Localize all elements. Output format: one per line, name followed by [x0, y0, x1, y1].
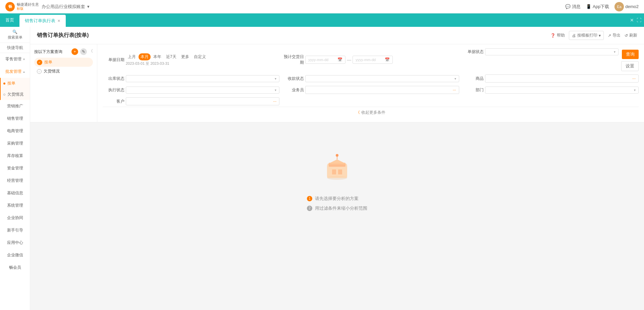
- expected-date-to[interactable]: yyyy-mm-dd 📅: [353, 56, 393, 64]
- sidebar-item-system[interactable]: 系统管理: [0, 199, 30, 212]
- date-tab-this-month[interactable]: 本月: [139, 53, 151, 60]
- date-tab-more[interactable]: 更多: [179, 53, 191, 60]
- date-tab-custom[interactable]: 自定义: [192, 53, 208, 60]
- tab-close-btn[interactable]: ✕: [630, 17, 634, 23]
- customer-more-btn[interactable]: ···: [273, 99, 276, 104]
- collapse-more-btn[interactable]: 《 收起更多条件: [103, 107, 639, 118]
- step-1-icon: 1: [307, 196, 312, 201]
- svg-rect-6: [332, 169, 336, 174]
- main-area: 🔍 搜索菜单 快捷导航 零售管理 ▾ 批发管理 ▴ 按单 欠货情况 营销推广: [0, 27, 644, 310]
- calendar-icon-1[interactable]: 📅: [337, 57, 342, 62]
- scheme-item-debt[interactable]: ○ 欠货情况: [34, 67, 93, 76]
- query-buttons: 查询 设置: [621, 48, 639, 71]
- exec-select-arrow: ▾: [275, 88, 276, 92]
- payment-select-arrow: ▾: [454, 77, 456, 81]
- sidebar-item-operation[interactable]: 经营管理: [0, 174, 30, 187]
- chevron-down-icon: ▾: [23, 57, 25, 61]
- calendar-icon-2[interactable]: 📅: [385, 57, 390, 62]
- svg-rect-7: [338, 169, 342, 174]
- user-profile[interactable]: Ea demo2: [614, 2, 639, 11]
- collapse-icon: 《: [356, 110, 360, 115]
- dept-select[interactable]: ▾: [485, 87, 639, 94]
- sidebar-item-newuser[interactable]: 新手引导: [0, 224, 30, 237]
- outbound-field: 出库状态 ▾: [103, 74, 279, 83]
- filter-scheme-panel: 按以下方案查询 + ✎ 《 ✓ 按单 ○ 欠货情况: [30, 44, 97, 122]
- doc-status-select[interactable]: ▾: [485, 48, 619, 55]
- export-btn[interactable]: ↗ 导出: [608, 33, 621, 38]
- empty-step-1: 1 请先选择要分析的方案: [307, 195, 367, 202]
- salesperson-field: 业务员 ···: [282, 86, 459, 94]
- sidebar-item-wechat[interactable]: 企业微信: [0, 249, 30, 261]
- page-title: 销售订单执行表(按单): [37, 32, 89, 39]
- empty-svg: [320, 149, 354, 183]
- query-btn[interactable]: 查询: [622, 50, 639, 59]
- page-header: 销售订单执行表(按单) ❓ 帮助 🖨 按模板打印 ▾ ↗ 导出 ↺ 刷新: [30, 27, 644, 44]
- empty-instructions: 1 请先选择要分析的方案 2 用过滤条件来缩小分析范围: [307, 195, 367, 212]
- avatar: Ea: [614, 2, 624, 11]
- salesperson-more-btn[interactable]: ···: [453, 88, 456, 92]
- message-btn[interactable]: 💬 消息: [565, 4, 581, 10]
- payment-select[interactable]: ▾: [305, 75, 459, 82]
- sidebar-search[interactable]: 🔍 搜索菜单: [0, 27, 30, 43]
- scheme-actions: + ✎ 《: [71, 48, 93, 55]
- dept-field: 部门 ▾: [462, 86, 639, 94]
- tab-sales-exec[interactable]: 销售订单执行表 ✕: [19, 15, 66, 27]
- empty-illustration: [320, 149, 354, 184]
- tab-expand-btn[interactable]: ⛶: [637, 17, 641, 23]
- sidebar-item-enterprise[interactable]: 企业协同: [0, 212, 30, 224]
- sidebar-item-member[interactable]: 畅会员: [0, 261, 30, 274]
- sidebar-item-finance[interactable]: 资金管理: [0, 162, 30, 174]
- exec-status-field: 执行状态 ▾: [103, 86, 279, 94]
- app-name: 畅捷通好生意 标版: [17, 2, 39, 11]
- top-bar-left: 畅 畅捷通好生意 标版 办公用品行业模拟账套 ▾: [5, 2, 90, 11]
- page-content: 销售订单执行表(按单) ❓ 帮助 🖨 按模板打印 ▾ ↗ 导出 ↺ 刷新: [30, 27, 644, 310]
- download-icon: 📱: [586, 4, 591, 9]
- tab-home[interactable]: 首页: [0, 13, 19, 27]
- chevron-up-icon: ▴: [23, 70, 25, 73]
- tab-close-icon[interactable]: ✕: [57, 19, 60, 23]
- app-logo: 畅: [5, 2, 15, 11]
- scheme-collapse-btn[interactable]: 《: [89, 48, 93, 55]
- sidebar-item-appstore[interactable]: 应用中心: [0, 237, 30, 249]
- sidebar-quick-nav[interactable]: 快捷导航: [0, 43, 30, 53]
- filter-row-2: 出库状态 ▾ 收款状态 ▾ 商品: [103, 74, 639, 83]
- date-range-text: 2023-03-01 至 2023-03-31: [126, 61, 279, 66]
- scheme-title: 按以下方案查询 + ✎ 《: [34, 48, 93, 55]
- goods-field: 商品 ···: [462, 74, 639, 83]
- scheme-add-btn[interactable]: +: [71, 48, 78, 55]
- settings-btn[interactable]: 设置: [621, 61, 639, 71]
- help-btn[interactable]: ❓ 帮助: [550, 33, 565, 38]
- outbound-select[interactable]: ▾: [126, 75, 279, 82]
- sidebar-item-press-order[interactable]: 按单: [1, 78, 30, 89]
- svg-marker-3: [327, 159, 347, 164]
- date-tab-last-month[interactable]: 上月: [126, 53, 138, 60]
- scheme-edit-btn[interactable]: ✎: [80, 48, 87, 55]
- sidebar-item-debt[interactable]: 欠货情况: [1, 89, 30, 100]
- sidebar-item-purchase[interactable]: 采购管理: [0, 137, 30, 150]
- sidebar-item-inventory[interactable]: 库存核算: [0, 150, 30, 162]
- exec-status-select[interactable]: ▾: [126, 87, 279, 94]
- outbound-select-arrow: ▾: [275, 77, 276, 81]
- scheme-item-press[interactable]: ✓ 按单: [34, 58, 93, 67]
- sidebar-item-wholesale[interactable]: 批发管理 ▴: [0, 65, 30, 78]
- goods-more-btn[interactable]: ···: [632, 76, 636, 81]
- sidebar-item-retail[interactable]: 零售管理 ▾: [0, 53, 30, 65]
- date-tab-this-year[interactable]: 本年: [151, 53, 163, 60]
- sidebar-item-ecommerce[interactable]: 电商管理: [0, 125, 30, 137]
- customer-field: 客户 ···: [103, 97, 279, 105]
- sidebar-item-sales[interactable]: 销售管理: [0, 112, 30, 125]
- expected-date-from[interactable]: yyyy-mm-dd 📅: [305, 56, 345, 64]
- logo-area: 畅 畅捷通好生意 标版: [5, 2, 39, 11]
- print-arrow-icon: ▾: [599, 33, 601, 38]
- sidebar-item-marketing[interactable]: 营销推广: [0, 100, 30, 112]
- print-btn[interactable]: 🖨 按模板打印 ▾: [569, 31, 604, 40]
- date-tab-7days[interactable]: 近7天: [164, 53, 178, 60]
- sidebar-item-basic[interactable]: 基础信息: [0, 187, 30, 199]
- refresh-icon: ↺: [625, 33, 628, 38]
- breadcrumb: 办公用品行业模拟账套 ▾: [42, 4, 90, 10]
- help-icon: ❓: [550, 33, 555, 38]
- refresh-btn[interactable]: ↺ 刷新: [625, 33, 637, 38]
- app-download-btn[interactable]: 📱 App下载: [586, 4, 609, 10]
- top-bar: 畅 畅捷通好生意 标版 办公用品行业模拟账套 ▾ 💬 消息 📱 App下载 Ea…: [0, 0, 644, 13]
- dept-select-arrow: ▾: [634, 88, 636, 92]
